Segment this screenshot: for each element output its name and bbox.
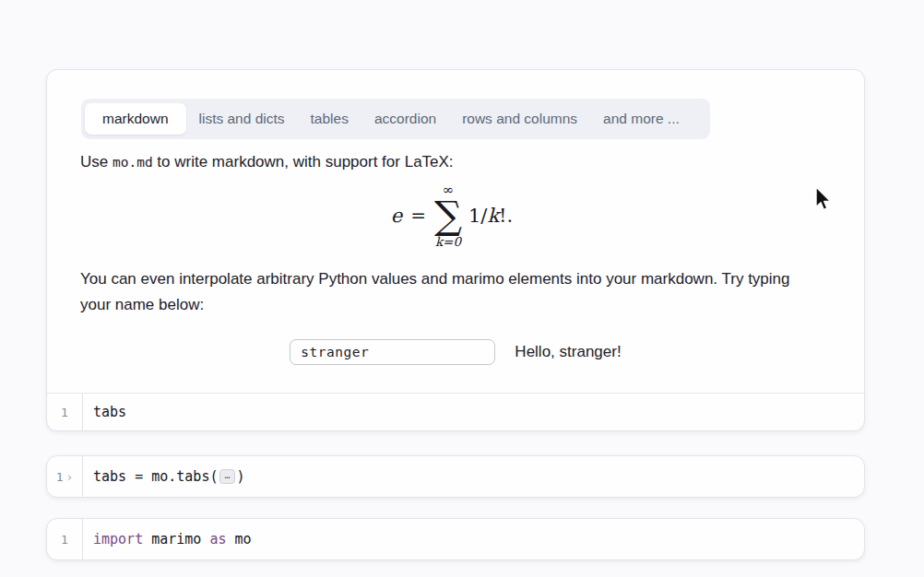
tabs-bar: markdown lists and dicts tables accordio… — [81, 99, 710, 139]
cell-tabs-definition: 1 › tabs = mo.tabs(…) — [46, 455, 865, 498]
code-editor-definition[interactable]: 1 › tabs = mo.tabs(…) — [47, 456, 864, 497]
markdown-output: Use mo.md to write markdown, with suppor… — [80, 153, 831, 365]
tab-accordion[interactable]: accordion — [361, 103, 449, 135]
line-number: 1 — [61, 406, 68, 419]
greeting-text: Hello, stranger! — [515, 343, 621, 361]
fold-chevron-icon[interactable]: › — [66, 470, 74, 484]
code-editor-import[interactable]: 1 import marimo as mo — [47, 519, 864, 559]
keyword-import: import — [93, 531, 143, 548]
sigma-symbol: ∑ — [434, 199, 462, 232]
summation: ∞ ∑ k=0 — [434, 183, 462, 248]
cell-import: 1 import marimo as mo — [46, 518, 865, 560]
cell-tabs-output: markdown lists and dicts tables accordio… — [46, 69, 865, 431]
inline-code-mo-md: mo.md — [113, 155, 153, 170]
code-editor-tabs[interactable]: 1 tabs — [47, 393, 864, 430]
line-number: 1 — [56, 470, 64, 484]
intro-line: Use mo.md to write markdown, with suppor… — [80, 153, 831, 171]
name-input[interactable] — [290, 339, 495, 365]
tab-rows-and-columns[interactable]: rows and columns — [449, 103, 590, 135]
collapsed-code-badge[interactable]: … — [219, 469, 234, 484]
line-number: 1 — [61, 533, 68, 547]
interpolation-paragraph: You can even interpolate arbitrary Pytho… — [80, 266, 823, 318]
formula-rhs: 1/k!. — [468, 205, 513, 227]
tab-markdown[interactable]: markdown — [85, 103, 186, 135]
latex-formula: e = ∞ ∑ k=0 1/k!. — [80, 183, 823, 248]
tab-lists-and-dicts[interactable]: lists and dicts — [186, 103, 298, 135]
code-line[interactable]: import marimo as mo — [83, 519, 252, 559]
line-number-gutter: 1 — [47, 519, 83, 559]
keyword-as: as — [209, 531, 226, 548]
sum-lower-limit: k=0 — [435, 236, 461, 249]
code-line[interactable]: tabs — [83, 394, 126, 430]
formula-lhs: e — [391, 205, 402, 227]
code-line[interactable]: tabs = mo.tabs(…) — [83, 456, 245, 497]
line-number-gutter: 1 › — [47, 456, 83, 497]
intro-prefix: Use — [80, 153, 113, 171]
name-input-row: Hello, stranger! — [80, 339, 831, 365]
tab-tables[interactable]: tables — [298, 103, 361, 135]
tab-and-more[interactable]: and more ... — [590, 103, 693, 135]
intro-suffix: to write markdown, with support for LaTe… — [153, 153, 454, 171]
line-number-gutter: 1 — [47, 394, 83, 430]
formula-equals: = — [410, 205, 426, 227]
notebook-canvas: markdown lists and dicts tables accordio… — [0, 0, 924, 577]
